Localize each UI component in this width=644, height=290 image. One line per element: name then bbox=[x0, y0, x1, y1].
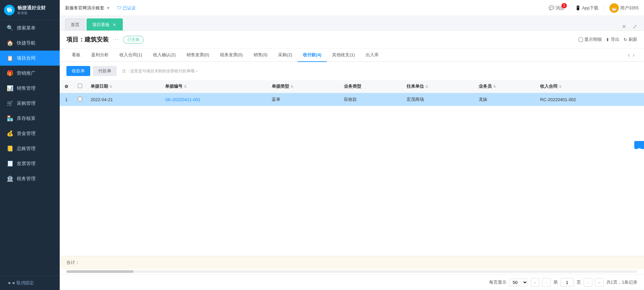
message-button[interactable]: 💬 消息 1 bbox=[549, 5, 564, 11]
sidebar-item-1[interactable]: 🏠快捷导航 bbox=[0, 35, 60, 51]
th-number[interactable]: 单据编号 ⇅ bbox=[161, 80, 268, 93]
record-link-0[interactable]: SK-20220421-001 bbox=[165, 97, 201, 102]
phone-icon: 📱 bbox=[575, 5, 581, 10]
sidebar-item-9[interactable]: 🧾发票管理 bbox=[0, 156, 60, 171]
logo-text: 畅捷通好业财 标准版 bbox=[17, 5, 46, 15]
page-prefix: 第 bbox=[553, 279, 558, 285]
window-close-button[interactable]: ✕ bbox=[620, 22, 628, 30]
sub-tab-next-icon[interactable]: › bbox=[631, 52, 636, 59]
sidebar-item-3[interactable]: 🎁营销推广 bbox=[0, 66, 60, 81]
th-biz-type: 业务类型 bbox=[340, 80, 402, 93]
nav-label-3: 营销推广 bbox=[17, 70, 36, 76]
sub-tab-prev-icon[interactable]: ‹ bbox=[627, 52, 631, 59]
topbar-dropdown-icon: ▼ bbox=[106, 6, 110, 10]
tab-project-board[interactable]: 项目看板 ✕ bbox=[87, 18, 123, 30]
table-wrapper: ⚙ 单据日期 ⇅ 单据编号 ⇅ 单据类型 ⇅ 业务类型 往来单位 ⇅ 业务员 ⇅… bbox=[60, 80, 644, 256]
page-suffix: 页 bbox=[577, 279, 581, 285]
sidebar-item-10[interactable]: 🏦税务管理 bbox=[0, 171, 60, 186]
th-contract[interactable]: 收入合同 ⇅ bbox=[536, 80, 644, 93]
sidebar-item-4[interactable]: 📊销售管理 bbox=[0, 81, 60, 96]
nav-label-8: 总账管理 bbox=[17, 146, 36, 152]
td-biz-type-0: 应收款 bbox=[340, 93, 402, 106]
td-type-0: 蓝单 bbox=[268, 93, 340, 106]
app-download-button[interactable]: 📱 App下载 bbox=[575, 5, 598, 11]
sidebar-item-2[interactable]: 📋项目合同 bbox=[0, 51, 60, 66]
sub-tab-5[interactable]: 税务发票(0) bbox=[215, 49, 248, 62]
nav-label-5: 采购管理 bbox=[17, 100, 36, 106]
sidebar: 畅 畅捷通好业财 标准版 🔍搜索菜单🏠快捷导航📋项目合同🎁营销推广📊销售管理🛒采… bbox=[0, 0, 60, 290]
feedback-button[interactable]: 意见反馈 bbox=[634, 141, 644, 149]
th-settings[interactable]: ⚙ bbox=[60, 80, 73, 93]
table-footer: 合计： bbox=[60, 256, 644, 269]
refresh-button[interactable]: ↻ 刷新 bbox=[624, 37, 637, 43]
sub-tab-4[interactable]: 销售发票(0) bbox=[181, 49, 215, 62]
sidebar-item-6[interactable]: 🏪库存核算 bbox=[0, 111, 60, 126]
user-menu[interactable]: 🐣 用户3355 bbox=[609, 3, 639, 13]
sub-tab-10[interactable]: 出入库 bbox=[360, 49, 384, 62]
refresh-icon: ↻ bbox=[624, 37, 627, 42]
nav-label-9: 发票管理 bbox=[17, 161, 36, 167]
sidebar-unpin[interactable]: ◄◄ 取消固定 bbox=[0, 276, 60, 290]
nav-label-1: 快捷导航 bbox=[17, 40, 36, 46]
sidebar-logo: 畅 畅捷通好业财 标准版 bbox=[0, 0, 60, 20]
inner-tab-hint: 注：这里是与项目关联的全部收付款单哦～ bbox=[122, 68, 199, 74]
th-salesman[interactable]: 业务员 ⇅ bbox=[475, 80, 536, 93]
sub-tab-8[interactable]: 收付款(4) bbox=[298, 49, 327, 62]
row-checkbox-0[interactable] bbox=[78, 97, 82, 101]
tab-home[interactable]: 首页 bbox=[65, 18, 85, 30]
sidebar-nav: 🔍搜索菜单🏠快捷导航📋项目合同🎁营销推广📊销售管理🛒采购管理🏪库存核算💰资金管理… bbox=[0, 20, 60, 276]
table-row[interactable]: 1 2022-04-21 SK-20220421-001 蓝单 应收款 宏茂商场… bbox=[60, 93, 644, 106]
page-last-button[interactable]: » bbox=[595, 278, 604, 287]
page-total: 共1页，1条记录 bbox=[606, 279, 637, 285]
tab-fukuan[interactable]: 付款单 bbox=[93, 66, 117, 76]
nav-icon-2: 📋 bbox=[7, 55, 13, 61]
page-input[interactable] bbox=[560, 278, 574, 287]
sub-tab-1[interactable]: 盈利分析 bbox=[86, 49, 114, 62]
export-button[interactable]: ⬆ 导出 bbox=[606, 37, 620, 43]
scrollbar-track[interactable] bbox=[66, 270, 637, 273]
nav-icon-6: 🏪 bbox=[7, 115, 13, 122]
th-check[interactable] bbox=[73, 80, 87, 93]
sub-tab-3[interactable]: 收入确认(2) bbox=[148, 49, 181, 62]
scrollbar-thumb[interactable] bbox=[66, 270, 133, 273]
th-type[interactable]: 单据类型 ⇅ bbox=[268, 80, 340, 93]
page-first-button[interactable]: « bbox=[531, 278, 539, 287]
td-number-0[interactable]: SK-20220421-001 bbox=[161, 93, 268, 106]
topbar-right: 💬 消息 1 📱 App下载 🐣 用户3355 bbox=[549, 3, 639, 13]
sidebar-item-0[interactable]: 🔍搜索菜单 bbox=[0, 20, 60, 35]
project-more-icon[interactable]: ··· bbox=[113, 37, 119, 43]
project-header: 项目：建筑安装 ··· 已生效 显示明细 ⬆ 导出 ↻ 刷新 bbox=[60, 31, 644, 49]
th-date[interactable]: 单据日期 ⇅ bbox=[87, 80, 161, 93]
sidebar-item-5[interactable]: 🛒采购管理 bbox=[0, 96, 60, 111]
show-detail-input[interactable] bbox=[579, 38, 583, 42]
page-next-button[interactable]: › bbox=[584, 278, 592, 287]
sub-tab-6[interactable]: 销售(0) bbox=[248, 49, 273, 62]
records-table: ⚙ 单据日期 ⇅ 单据编号 ⇅ 单据类型 ⇅ 业务类型 往来单位 ⇅ 业务员 ⇅… bbox=[60, 80, 644, 106]
window-maximize-button[interactable]: ⤢ bbox=[631, 22, 639, 30]
total-label: 合计： bbox=[66, 260, 79, 266]
tab-close-icon[interactable]: ✕ bbox=[112, 22, 117, 27]
th-partner[interactable]: 往来单位 ⇅ bbox=[402, 80, 475, 93]
show-detail-checkbox[interactable]: 显示明细 bbox=[579, 37, 602, 43]
topbar-project[interactable]: 新服务官网演示账套 ▼ bbox=[65, 5, 110, 11]
tab-bar: 首页 项目看板 ✕ ✕ ⤢ bbox=[60, 16, 644, 31]
td-check-0[interactable] bbox=[73, 93, 87, 106]
td-contract-0: RC-20220401-002 bbox=[536, 93, 644, 106]
sidebar-item-7[interactable]: 💰资金管理 bbox=[0, 126, 60, 141]
sub-tab-2[interactable]: 收入合同(1) bbox=[114, 49, 148, 62]
inner-tabs: 收款单 付款单 注：这里是与项目关联的全部收付款单哦～ bbox=[60, 62, 644, 76]
nav-icon-5: 🛒 bbox=[7, 100, 13, 106]
sub-tab-9[interactable]: 其他收支(1) bbox=[327, 49, 360, 62]
td-salesman-0: 龙妹 bbox=[475, 93, 536, 106]
nav-icon-3: 🎁 bbox=[7, 70, 13, 76]
page-prev-button[interactable]: ‹ bbox=[542, 278, 551, 287]
sub-tab-0[interactable]: 看板 bbox=[66, 49, 86, 62]
tab-shoukuan[interactable]: 收款单 bbox=[66, 66, 90, 76]
nav-label-6: 库存核算 bbox=[17, 116, 36, 122]
sidebar-item-8[interactable]: 📒总账管理 bbox=[0, 141, 60, 156]
nav-label-2: 项目合同 bbox=[17, 55, 36, 61]
select-all-checkbox[interactable] bbox=[78, 84, 82, 88]
sub-tab-7[interactable]: 采购(2) bbox=[273, 49, 298, 62]
message-icon: 💬 bbox=[549, 5, 554, 10]
per-page-select[interactable]: 50 100 200 bbox=[509, 279, 528, 286]
